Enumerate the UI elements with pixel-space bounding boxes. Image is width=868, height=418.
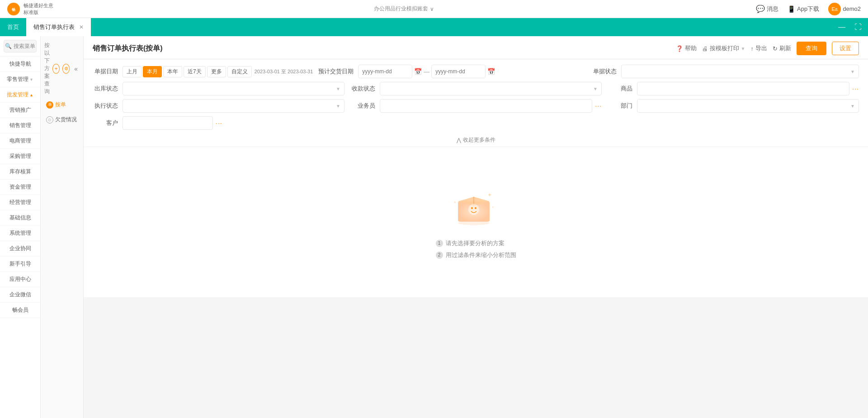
- svg-text:✦: ✦: [487, 192, 492, 198]
- sidebar-item-quick-nav[interactable]: 快捷导航: [0, 57, 40, 72]
- refresh-btn[interactable]: ↻ 刷新: [773, 44, 791, 52]
- warehouse-status-select[interactable]: ▼: [123, 82, 344, 95]
- sub-sidebar: 按以下方案查询 + ⚙ « 单 按单 ⊙ 欠货情况: [41, 36, 84, 418]
- sidebar-item-app-center[interactable]: 应用中心: [0, 272, 40, 287]
- print-icon: 🖨: [702, 45, 708, 52]
- svg-point-11: [458, 221, 490, 225]
- print-btn[interactable]: 🖨 按模板打印 ▼: [702, 44, 745, 52]
- sidebar-item-system[interactable]: 系统管理: [0, 226, 40, 241]
- sidebar-item-sales-mgmt[interactable]: 销售管理: [0, 118, 40, 133]
- sidebar-item-inventory[interactable]: 库存核算: [0, 164, 40, 180]
- empty-state: ✦ ✦ ✦ 1 请先选择要分析的方案 2 用过滤条件来缩小分析范围: [84, 147, 868, 297]
- calendar-end-icon[interactable]: 📅: [487, 68, 495, 75]
- sidebar-item-finance[interactable]: 资金管理: [0, 180, 40, 195]
- calendar-start-icon[interactable]: 📅: [414, 68, 422, 75]
- sidebar-item-corp-wechat[interactable]: 企业微信: [0, 287, 40, 303]
- message-btn[interactable]: 💬 消息: [756, 5, 778, 13]
- dept-arrow-icon: ▼: [850, 104, 855, 109]
- current-year-btn[interactable]: 本年: [163, 66, 182, 77]
- sidebar-item-wholesale[interactable]: 批发管理 ▲: [0, 87, 40, 103]
- sidebar-item-operations[interactable]: 经营管理: [0, 195, 40, 210]
- sub-item-arrears[interactable]: ⊙ 欠货情况: [41, 112, 83, 127]
- customer-input[interactable]: [123, 116, 213, 130]
- goods-more-btn[interactable]: ···: [852, 85, 859, 92]
- collapse-sidebar-btn[interactable]: «: [72, 64, 80, 74]
- help-icon: ❓: [676, 45, 683, 52]
- tab-bar: 首页 销售订单执行表 ✕ — ⛶: [0, 18, 868, 36]
- current-month-btn[interactable]: 本月: [143, 66, 162, 77]
- sidebar-item-marketing[interactable]: 营销推广: [0, 103, 40, 118]
- sidebar-item-member[interactable]: 畅会员: [0, 303, 40, 318]
- payment-status-select[interactable]: ▼: [380, 82, 602, 95]
- goods-group: 商品 ···: [607, 82, 859, 95]
- date-buttons: 上月 本月 本年 近7天 更多 自定义: [123, 66, 252, 77]
- salesperson-input[interactable]: [380, 99, 592, 113]
- top-header: 畅 畅捷通好生意 标准版 办公用品行业模拟账套 ∨ 💬 消息 📱 App下载 E…: [0, 0, 868, 18]
- breadcrumb-arrow[interactable]: ∨: [430, 6, 434, 12]
- exec-status-group: 执行状态 ▼: [93, 99, 344, 113]
- avatar: Ea: [828, 3, 841, 15]
- custom-btn[interactable]: 自定义: [227, 66, 252, 77]
- date-range-text: 2023-03-01 至 2023-03-31: [255, 68, 313, 75]
- goods-input[interactable]: [637, 82, 849, 95]
- date-dash: —: [424, 68, 429, 75]
- sub-item-by-order[interactable]: 单 按单: [41, 97, 83, 112]
- single-date-label: 单据日期: [93, 67, 118, 76]
- payment-arrow-icon: ▼: [593, 86, 598, 91]
- tab-sales-order[interactable]: 销售订单执行表 ✕: [26, 18, 91, 36]
- dept-select[interactable]: ▼: [637, 99, 859, 113]
- more-btn[interactable]: 更多: [207, 66, 226, 77]
- svg-text:✦: ✦: [492, 206, 494, 209]
- collapse-bar[interactable]: ⋀ 收起更多条件: [84, 133, 868, 147]
- single-status-select[interactable]: ▼: [621, 65, 859, 78]
- page-actions: ❓ 帮助 🖨 按模板打印 ▼ ↑ 导出 ↻ 刷新 查询 设置: [676, 42, 859, 55]
- last-month-btn[interactable]: 上月: [123, 66, 142, 77]
- tip-num-1: 1: [436, 240, 443, 247]
- tab-minimize-btn[interactable]: —: [835, 21, 848, 33]
- phone-icon: 📱: [788, 5, 795, 13]
- svg-point-5: [468, 204, 479, 215]
- settings-button[interactable]: 设置: [832, 42, 859, 55]
- last7days-btn[interactable]: 近7天: [184, 66, 206, 77]
- exec-status-label: 执行状态: [93, 102, 118, 110]
- sub-sidebar-actions: 按以下方案查询 + ⚙ «: [41, 40, 83, 97]
- filter-row-4: 客户 ···: [84, 116, 868, 133]
- dept-label: 部门: [607, 102, 632, 110]
- add-plan-btn[interactable]: +: [52, 64, 60, 74]
- sidebar-item-ecommerce[interactable]: 电商管理: [0, 133, 40, 149]
- help-btn[interactable]: ❓ 帮助: [676, 44, 697, 52]
- tab-close-btn[interactable]: ✕: [79, 24, 84, 30]
- sidebar: 🔍 搜索菜单 快捷导航 零售管理 ▼ 批发管理 ▲ 营销推广 销售管理 电商管理…: [0, 36, 41, 418]
- salesperson-more-btn[interactable]: ···: [595, 102, 602, 109]
- exec-status-select[interactable]: ▼: [123, 99, 344, 113]
- tab-home[interactable]: 首页: [0, 18, 26, 36]
- collapse-up-icon: ⋀: [457, 137, 461, 143]
- logo-text: 畅捷通好生意 标准版: [24, 2, 53, 15]
- breadcrumb: 办公用品行业模拟账套 ∨: [374, 5, 436, 13]
- expected-date-end[interactable]: [431, 65, 486, 78]
- user-menu[interactable]: Ea demo2: [828, 3, 861, 15]
- expected-date-start[interactable]: [358, 65, 412, 78]
- sidebar-item-purchase[interactable]: 采购管理: [0, 149, 40, 164]
- sidebar-item-newbie[interactable]: 新手引导: [0, 256, 40, 272]
- query-button[interactable]: 查询: [797, 42, 826, 55]
- tab-fullscreen-btn[interactable]: ⛶: [852, 21, 864, 33]
- exec-arrow-icon: ▼: [336, 104, 340, 109]
- goods-label: 商品: [607, 85, 632, 93]
- settings-plan-btn[interactable]: ⚙: [62, 64, 70, 74]
- search-menu-btn[interactable]: 🔍 搜索菜单: [4, 40, 37, 52]
- print-arrow-icon: ▼: [741, 46, 745, 51]
- sidebar-item-retail[interactable]: 零售管理 ▼: [0, 72, 40, 87]
- single-status-label: 单据状态: [591, 67, 617, 76]
- customer-group: 客户 ···: [93, 116, 222, 130]
- refresh-icon: ↻: [773, 45, 778, 52]
- customer-more-btn[interactable]: ···: [216, 119, 222, 127]
- empty-tip-1: 1 请先选择要分析的方案: [436, 238, 516, 249]
- sidebar-item-enterprise[interactable]: 企业协同: [0, 241, 40, 256]
- app-download-btn[interactable]: 📱 App下载: [788, 5, 819, 13]
- main-layout: 🔍 搜索菜单 快捷导航 零售管理 ▼ 批发管理 ▲ 营销推广 销售管理 电商管理…: [0, 36, 868, 418]
- svg-text:畅: 畅: [12, 8, 15, 12]
- order-icon: 单: [46, 101, 53, 109]
- export-btn[interactable]: ↑ 导出: [751, 44, 768, 52]
- sidebar-item-basic[interactable]: 基础信息: [0, 210, 40, 226]
